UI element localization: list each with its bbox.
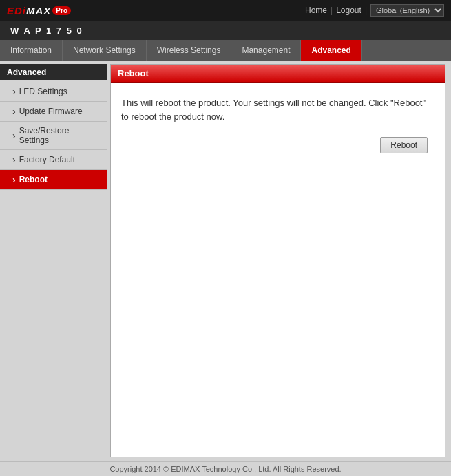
reboot-message: This will reboot the product. Your setti… xyxy=(121,96,434,123)
language-select[interactable]: Global (English) xyxy=(370,4,444,17)
footer-text: Copyright 2014 © EDIMAX Technology Co., … xyxy=(109,465,341,473)
edimax-logo: EDiMAX xyxy=(7,5,51,17)
content-panel: Reboot This will reboot the product. You… xyxy=(110,64,445,457)
sidebar-item-reboot[interactable]: Reboot xyxy=(0,170,107,190)
device-name: W A P 1 7 5 0 xyxy=(10,25,83,36)
device-bar: W A P 1 7 5 0 xyxy=(0,21,451,40)
nav-network-settings[interactable]: Network Settings xyxy=(63,40,147,61)
main-layout: Advanced LED Settings Update Firmware Sa… xyxy=(0,61,451,461)
sidebar-item-update-firmware[interactable]: Update Firmware xyxy=(0,102,107,122)
content-title: Reboot xyxy=(111,65,445,83)
sep1: | xyxy=(331,6,333,15)
sidebar-item-save-restore[interactable]: Save/Restore Settings xyxy=(0,122,107,150)
pro-badge: Pro xyxy=(52,6,71,15)
reboot-button[interactable]: Reboot xyxy=(380,137,428,153)
sidebar-item-led-settings[interactable]: LED Settings xyxy=(0,82,107,102)
sidebar: Advanced LED Settings Update Firmware Sa… xyxy=(0,61,107,461)
top-links: Home | Logout | Global (English) xyxy=(305,4,444,17)
sidebar-header: Advanced xyxy=(0,64,107,80)
logo: EDiMAX Pro xyxy=(7,5,71,17)
logout-link[interactable]: Logout xyxy=(336,6,361,15)
content-body: This will reboot the product. Your setti… xyxy=(111,83,445,167)
reboot-button-row: Reboot xyxy=(121,137,434,153)
content-area: Reboot This will reboot the product. You… xyxy=(107,61,451,461)
footer: Copyright 2014 © EDIMAX Technology Co., … xyxy=(0,461,451,476)
nav-management[interactable]: Management xyxy=(231,40,301,61)
nav-information[interactable]: Information xyxy=(0,40,63,61)
sep2: | xyxy=(365,6,367,15)
nav-advanced[interactable]: Advanced xyxy=(301,40,361,61)
home-link[interactable]: Home xyxy=(305,6,327,15)
top-bar: EDiMAX Pro Home | Logout | Global (Engli… xyxy=(0,0,451,21)
nav-wireless-settings[interactable]: Wireless Settings xyxy=(147,40,232,61)
sidebar-item-factory-default[interactable]: Factory Default xyxy=(0,150,107,170)
nav-bar: Information Network Settings Wireless Se… xyxy=(0,40,451,61)
